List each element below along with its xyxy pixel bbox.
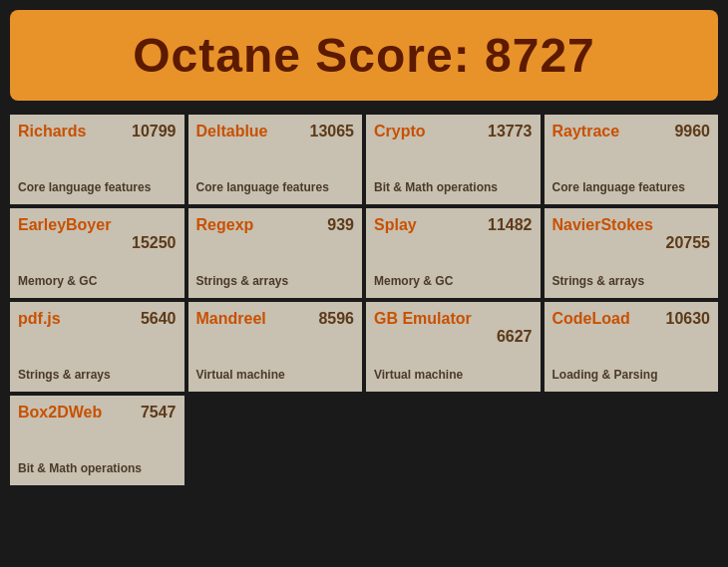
card-score: 10630: [666, 310, 711, 328]
card-name: Crypto: [374, 123, 426, 141]
card-desc: Virtual machine: [374, 368, 533, 382]
card-name: EarleyBoyer: [18, 216, 177, 234]
card-score: 13773: [488, 123, 533, 141]
card-score: 939: [327, 216, 354, 234]
card-desc: Core language features: [552, 180, 711, 194]
card-desc: Memory & GC: [374, 274, 533, 288]
card-name: pdf.js: [18, 310, 61, 328]
benchmark-card: GB Emulator 6627 Virtual machine: [366, 302, 541, 392]
card-score: 9960: [674, 123, 710, 141]
card-name: Regexp: [196, 216, 254, 234]
card-score: 5640: [141, 310, 177, 328]
benchmark-card: Regexp 939 Strings & arrays: [188, 208, 363, 298]
card-desc: Virtual machine: [196, 368, 355, 382]
card-score: 7547: [141, 404, 177, 422]
benchmark-card: EarleyBoyer 15250 Memory & GC: [10, 208, 184, 298]
card-name: Mandreel: [196, 310, 266, 328]
card-name: Richards: [18, 123, 86, 141]
card-name: GB Emulator: [374, 310, 533, 328]
card-desc: Bit & Math operations: [374, 180, 533, 194]
benchmark-card: CodeLoad 10630 Loading & Parsing: [545, 302, 719, 392]
card-score: 13065: [310, 123, 355, 141]
benchmark-card: Deltablue 13065 Core language features: [188, 115, 363, 204]
card-desc: Strings & arrays: [552, 274, 711, 288]
card-desc: Core language features: [18, 180, 177, 194]
card-desc: Memory & GC: [18, 274, 177, 288]
card-desc: Strings & arrays: [196, 274, 355, 288]
benchmark-card: Mandreel 8596 Virtual machine: [188, 302, 363, 392]
card-desc: Bit & Math operations: [18, 461, 177, 475]
card-score: 20755: [552, 234, 711, 252]
card-name: Raytrace: [552, 123, 620, 141]
benchmark-card: NavierStokes 20755 Strings & arrays: [545, 208, 719, 298]
card-desc: Strings & arrays: [18, 368, 177, 382]
card-name: Box2DWeb: [18, 404, 102, 422]
benchmark-card: Box2DWeb 7547 Bit & Math operations: [10, 396, 184, 485]
card-score: 8596: [318, 310, 354, 328]
card-score: 11482: [488, 216, 533, 234]
benchmark-card: pdf.js 5640 Strings & arrays: [10, 302, 184, 392]
card-name: Splay: [374, 216, 417, 234]
octane-score-title: Octane Score: 8727: [133, 29, 595, 82]
header: Octane Score: 8727: [10, 10, 718, 101]
card-desc: Core language features: [196, 180, 355, 194]
card-score: 6627: [374, 328, 533, 346]
card-score: 15250: [18, 234, 177, 252]
benchmark-card: Richards 10799 Core language features: [10, 115, 184, 204]
benchmark-card: Splay 11482 Memory & GC: [366, 208, 541, 298]
card-name: CodeLoad: [552, 310, 630, 328]
benchmark-grid: Richards 10799 Core language features De…: [0, 111, 728, 495]
card-name: Deltablue: [196, 123, 268, 141]
benchmark-card: Crypto 13773 Bit & Math operations: [366, 115, 541, 204]
card-name: NavierStokes: [552, 216, 711, 234]
card-desc: Loading & Parsing: [552, 368, 711, 382]
card-score: 10799: [132, 123, 177, 141]
benchmark-card: Raytrace 9960 Core language features: [545, 115, 719, 204]
